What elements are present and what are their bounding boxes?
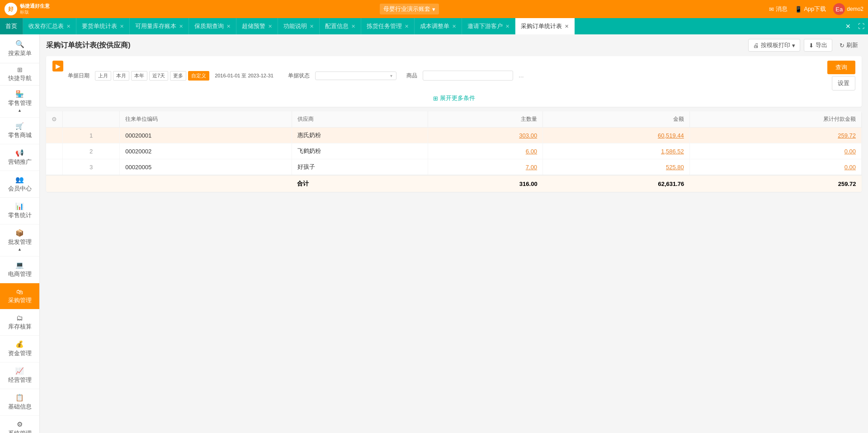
table-row[interactable]: 1 00020001 惠氏奶粉 303.00 60,519.44 259.72 [46, 128, 862, 143]
printer-icon: 🖨 [753, 42, 759, 49]
workspace-selector[interactable]: 母婴行业演示账套 ▾ [380, 4, 439, 14]
expand-more-button[interactable]: ⊞ 展开更多条件 [433, 94, 475, 102]
custom-date-btn[interactable]: 自定义 [188, 71, 209, 81]
phone-icon: 📱 [795, 6, 802, 13]
quick-nav-button[interactable]: ⊞ 快捷导航 [0, 63, 39, 86]
tab-yaohuodantongji[interactable]: 要货单统计表 ✕ [76, 18, 130, 34]
row-amount[interactable]: 60,519.44 [543, 128, 690, 143]
row-quantity[interactable]: 303.00 [428, 128, 543, 143]
print-button[interactable]: 🖨 按模板打印 ▾ [748, 39, 800, 52]
tab-close-icon[interactable]: ✕ [120, 24, 124, 29]
row-code: 00020002 [120, 143, 292, 159]
sidebar-item-jingying[interactable]: 📈 经营管理 [0, 362, 39, 389]
message-button[interactable]: ✉ 消息 [769, 5, 788, 13]
user-name: demo2 [847, 6, 863, 12]
tab-close-icon[interactable]: ✕ [66, 24, 71, 29]
filter-toggle[interactable]: ▶ [52, 61, 63, 71]
row-paid[interactable]: 259.72 [689, 128, 861, 143]
tab-peizhixinxi[interactable]: 配置信息 ✕ [320, 18, 361, 34]
sidebar-item-zijinguanli[interactable]: 💰 资金管理 [0, 336, 39, 362]
tab-keyongliangkucun[interactable]: 可用量库存账本 ✕ [130, 18, 189, 34]
tab-shoufahuizongjibiao[interactable]: 收发存汇总表 ✕ [23, 18, 76, 34]
row-quantity[interactable]: 6.00 [428, 143, 543, 159]
tab-gongnengshuo[interactable]: 功能说明 ✕ [278, 18, 320, 34]
logo-text: 畅捷通好生意 标版 [20, 3, 50, 14]
tab-close-icon[interactable]: ✕ [226, 24, 231, 29]
tab-close-all-icon[interactable]: ✕ [842, 23, 854, 30]
wholesale-icon: 📦 [15, 229, 24, 237]
page-content: 采购订单统计表(按供应商) 🖨 按模板打印 ▾ ⬇ 导出 ↻ 刷新 [40, 34, 868, 433]
last-month-btn[interactable]: 上月 [95, 71, 111, 81]
top-bar-center: 母婴行业演示账套 ▾ [380, 4, 439, 14]
table-row[interactable]: 2 00020002 飞鹤奶粉 6.00 1,586.52 0.00 [46, 143, 862, 159]
sidebar-item-caigouguanli[interactable]: 🛍 采购管理 [0, 283, 39, 309]
search-menu-button[interactable]: 🔍 搜索菜单 [3, 38, 37, 59]
tab-yaoqingxiayouke[interactable]: 邀请下游客户 ✕ [462, 18, 515, 34]
tab-close-icon[interactable]: ✕ [452, 24, 456, 29]
col-supplier: 供应商 [292, 111, 428, 128]
7days-btn[interactable]: 近7天 [149, 71, 168, 81]
row-paid[interactable]: 0.00 [689, 159, 861, 176]
chevron-down-icon: ▾ [432, 6, 435, 13]
tab-caigoujingtongji[interactable]: 采购订单统计表 ✕ [515, 18, 575, 34]
row-amount[interactable]: 525.80 [543, 159, 690, 176]
sidebar-item-jichu[interactable]: 📋 基础信息 [0, 389, 39, 416]
sidebar-item-lingshoutongji[interactable]: 📊 零售统计 [0, 198, 39, 224]
row-settings [46, 159, 63, 176]
tab-close-icon[interactable]: ✕ [179, 24, 183, 29]
sidebar-item-pifaguanli[interactable]: 📦 批发管理 ▲ [0, 224, 39, 257]
refresh-button[interactable]: ↻ 刷新 [836, 39, 862, 51]
row-code: 00020001 [120, 128, 292, 143]
col-paid: 累计付款金额 [689, 111, 861, 128]
row-quantity[interactable]: 7.00 [428, 159, 543, 176]
row-paid[interactable]: 0.00 [689, 143, 861, 159]
sidebar-item-yingxiaotg[interactable]: 📢 营销推广 [0, 144, 39, 171]
tab-close-icon[interactable]: ✕ [505, 24, 509, 29]
purchase-icon: 🛍 [16, 288, 23, 295]
footer-quantity: 316.00 [428, 175, 543, 192]
ecommerce-icon: 💻 [15, 261, 24, 269]
tab-close-icon[interactable]: ✕ [268, 24, 272, 29]
tab-maximize-icon[interactable]: ⛶ [854, 23, 868, 30]
app-download-button[interactable]: 📱 App下载 [795, 5, 826, 13]
row-supplier: 好孩子 [292, 159, 428, 176]
goods-input[interactable] [423, 71, 513, 81]
sidebar-item-lingshougaunli[interactable]: 🏪 零售管理 ▲ [0, 86, 39, 118]
tab-paihuorenwu[interactable]: 拣货任务管理 ✕ [361, 18, 415, 34]
tab-baozhouxuncha[interactable]: 保质期查询 ✕ [189, 18, 236, 34]
chevron-down-icon: ▾ [792, 42, 795, 49]
tab-close-icon[interactable]: ✕ [351, 24, 355, 29]
sidebar-item-lingshougoulin2[interactable]: 🛒 零售商城 [0, 118, 39, 144]
sidebar-item-dianshangguanli[interactable]: 💻 电商管理 [0, 257, 39, 283]
user-area[interactable]: Ea demo2 [833, 3, 863, 15]
row-num: 3 [63, 159, 120, 176]
basic-icon: 📋 [15, 394, 24, 402]
gear-icon[interactable]: ⚙ [52, 116, 57, 123]
this-year-btn[interactable]: 本年 [131, 71, 147, 81]
nav-icon: ⊞ [17, 66, 23, 73]
tab-chaochuyujing[interactable]: 超储预警 ✕ [236, 18, 278, 34]
tab-chengbentiaozhen[interactable]: 成本调整单 ✕ [415, 18, 462, 34]
this-month-btn[interactable]: 本月 [113, 71, 129, 81]
setting-button[interactable]: 设置 [832, 76, 855, 90]
page-title: 采购订单统计表(按供应商) [46, 41, 131, 50]
sidebar-item-kucunhesuan[interactable]: 🗂 库存核算 [0, 309, 39, 336]
sidebar-item-xitong[interactable]: ⚙ 系统管理 [0, 416, 39, 433]
chevron-icon: ▲ [18, 108, 22, 113]
more-link[interactable]: … [519, 72, 524, 79]
tab-bar-controls: ✕ ⛶ [842, 23, 868, 30]
query-button[interactable]: 查询 [827, 61, 855, 74]
tab-home[interactable]: 首页 [0, 18, 23, 34]
more-date-btn[interactable]: 更多 [170, 71, 186, 81]
page-title-actions: 🖨 按模板打印 ▾ ⬇ 导出 ↻ 刷新 [748, 39, 862, 52]
tab-close-icon[interactable]: ✕ [565, 24, 569, 29]
status-select[interactable]: ▾ [315, 71, 396, 80]
expand-icon: ⊞ [433, 95, 438, 102]
tab-close-icon[interactable]: ✕ [405, 24, 409, 29]
export-button[interactable]: ⬇ 导出 [804, 39, 832, 52]
footer-label: 合计 [292, 175, 428, 192]
row-amount[interactable]: 1,586.52 [543, 143, 690, 159]
sidebar-item-huiyuanzhongxin[interactable]: 👥 会员中心 [0, 171, 39, 198]
tab-close-icon[interactable]: ✕ [310, 24, 314, 29]
table-row[interactable]: 3 00020005 好孩子 7.00 525.80 0.00 [46, 159, 862, 176]
